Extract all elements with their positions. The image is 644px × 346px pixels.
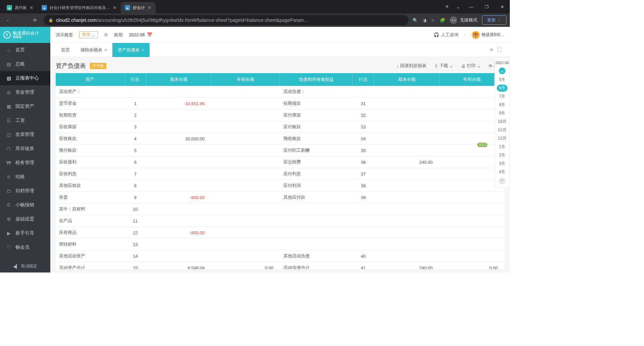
sidebar-item[interactable]: ▶新手引导: [0, 226, 50, 240]
search-in-page-icon[interactable]: 🔍: [413, 18, 418, 23]
fullscreen-icon[interactable]: ⛶: [497, 47, 502, 52]
bookmark-icon[interactable]: ☆: [431, 18, 435, 23]
sidebar-item[interactable]: ⛫库存核算: [0, 142, 50, 156]
nav-icon: ⎘: [6, 174, 11, 180]
extensions-icon[interactable]: ◑: [423, 18, 426, 23]
table-row[interactable]: 流动资产：流动负债：: [56, 86, 504, 98]
sidebar-item[interactable]: ©小畅报销: [0, 198, 50, 212]
period-picker[interactable]: 2022-06📅: [129, 32, 152, 37]
table-row[interactable]: 其中：原材料10: [56, 203, 504, 215]
col-end-balance[interactable]: 期末余额: [146, 73, 211, 86]
page-tab[interactable]: 首页: [56, 43, 75, 57]
cell-end-balance: [146, 203, 211, 215]
month-item[interactable]: 2月: [495, 151, 509, 159]
month-item[interactable]: 4月: [495, 168, 509, 176]
cell-asset: 其他应收款: [56, 180, 124, 192]
table-row[interactable]: 预付账款5应付职工薪酬35: [56, 145, 504, 156]
month-item[interactable]: 7月: [495, 92, 509, 101]
sidebar-item[interactable]: ▧云报表中心: [0, 71, 50, 85]
revert-button[interactable]: ↓回退到原报表: [395, 63, 429, 69]
col-row2[interactable]: 行次: [353, 73, 374, 86]
window-maximize-button[interactable]: ❐: [479, 0, 494, 13]
gear-icon[interactable]: ⚙: [104, 32, 108, 37]
disable-tag[interactable]: 禁用⌄: [79, 31, 98, 38]
tab-overflow-button[interactable]: ⌄: [453, 4, 464, 9]
sidebar-item[interactable]: ⎘结账: [0, 170, 50, 184]
nav-reload-button[interactable]: ⟳: [30, 15, 40, 25]
sidebar-pin-toggle[interactable]: ◀▎取消固定: [0, 260, 50, 273]
cell-row2: [353, 227, 374, 239]
table-row[interactable]: 其他流动资产14其他流动负债40: [56, 250, 504, 262]
table-row[interactable]: 应收账款420,000.00预收账款34: [56, 133, 504, 145]
col-liability[interactable]: 负债和所有者权益: [280, 73, 353, 86]
table-row[interactable]: 在产品11: [56, 215, 504, 227]
cell-asset: 库存商品: [56, 227, 124, 239]
col-end-balance2[interactable]: 期末余额: [374, 73, 439, 86]
update-button[interactable]: 更新 ⋮: [482, 15, 506, 25]
table-row[interactable]: 存货9-800.00其他应付款39: [56, 192, 504, 203]
cell-begin-balance: [211, 239, 280, 250]
sidebar-item[interactable]: ₩税务管理: [0, 156, 50, 170]
month-item[interactable]: 6月: [497, 85, 507, 92]
page-tab[interactable]: 资产负债表×: [112, 43, 150, 57]
col-row[interactable]: 行次: [124, 73, 146, 86]
sidebar-item[interactable]: ◫发票管理: [0, 128, 50, 142]
browser-tab[interactable]: ▲易代账✕: [3, 2, 38, 13]
puzzle-icon[interactable]: 🧩: [440, 18, 445, 23]
table-row[interactable]: 应收股利6应交税费36240.00: [56, 156, 504, 168]
month-item[interactable]: 9月: [495, 109, 509, 117]
table-row[interactable]: 库存商品12-800.00: [56, 227, 504, 239]
cell-begin-balance: [211, 192, 280, 203]
month-item[interactable]: 3月: [495, 159, 509, 168]
sidebar-item[interactable]: ◎资金管理: [0, 85, 50, 99]
sidebar-item[interactable]: ▦固定资产: [0, 99, 50, 113]
sidebar-item[interactable]: ▤总账: [0, 57, 50, 71]
table-row[interactable]: 应收票据3应付账款33: [56, 121, 504, 133]
sidebar-item[interactable]: ♡畅会员: [0, 240, 50, 254]
nav-forward-button[interactable]: →: [17, 15, 26, 25]
nav-back-button[interactable]: ←: [3, 15, 13, 25]
account-name[interactable]: 演示账套: [56, 32, 73, 38]
month-item[interactable]: 12月: [495, 134, 509, 143]
sidebar-item[interactable]: ⌂首页: [0, 43, 50, 57]
window-minimize-button[interactable]: ―: [464, 0, 479, 13]
close-icon[interactable]: ×: [104, 47, 107, 53]
browser-tab[interactable]: ▲好会计财务管理软件购买价格及…✕: [38, 2, 121, 13]
logo-icon: ¥: [3, 31, 11, 39]
close-icon[interactable]: ✕: [148, 5, 152, 10]
table-row[interactable]: 其他应收款8应付利润38: [56, 180, 504, 192]
url-input[interactable]: 🔒 cloud2.chanjet.com/accounting/uh26t264…: [44, 15, 409, 25]
month-item[interactable]: 1月: [495, 143, 509, 151]
col-begin-balance[interactable]: 年初余额: [211, 73, 280, 86]
table-row[interactable]: 短期投资2应付票据32: [56, 109, 504, 121]
sidebar-item[interactable]: 🗀归档管理: [0, 184, 50, 198]
refresh-icon: ⟳: [489, 63, 492, 68]
close-icon[interactable]: ✕: [30, 5, 34, 10]
window-close-button[interactable]: ✕: [494, 0, 510, 13]
download-button[interactable]: ⇩下载⌄: [432, 63, 455, 69]
sidebar-item[interactable]: ⚙基础设置: [0, 212, 50, 226]
month-item[interactable]: 8月: [495, 101, 509, 109]
col-asset[interactable]: 资产: [56, 73, 124, 86]
year-label[interactable]: 2022.06: [495, 59, 509, 66]
month-item[interactable]: 10月: [495, 117, 509, 126]
month-item[interactable]: 11月: [495, 126, 509, 134]
close-icon[interactable]: ×: [142, 47, 144, 53]
close-all-tabs-icon[interactable]: ✕: [490, 47, 493, 52]
table-row[interactable]: 应收利息7应付利息37: [56, 168, 504, 180]
close-icon[interactable]: ✕: [113, 5, 117, 10]
support-button[interactable]: 🎧人工咨询: [434, 32, 459, 38]
table-row[interactable]: 货币资金1-10,651.96短期借款31: [56, 98, 504, 109]
month-item[interactable]: 5月: [495, 76, 509, 84]
app-logo[interactable]: ¥ 畅捷通好会计旗舰版: [0, 27, 50, 43]
scroll-down-button[interactable]: ︾: [499, 178, 505, 184]
page-tab[interactable]: 辅助余额表×: [75, 43, 112, 57]
scroll-up-button[interactable]: ︽: [499, 67, 505, 74]
user-menu[interactable]: 🐯畅捷通B组…: [472, 31, 504, 39]
browser-tab[interactable]: ▲好会计✕: [121, 2, 156, 13]
sidebar-item[interactable]: ☲工资: [0, 113, 50, 128]
table-row[interactable]: 流动资产合计158,548.040.00流动负债合计41240.000.00: [56, 262, 504, 269]
new-tab-button[interactable]: +: [441, 3, 453, 10]
table-row[interactable]: 周转材料13: [56, 239, 504, 250]
print-button[interactable]: 🖨打印⌄: [459, 63, 483, 69]
